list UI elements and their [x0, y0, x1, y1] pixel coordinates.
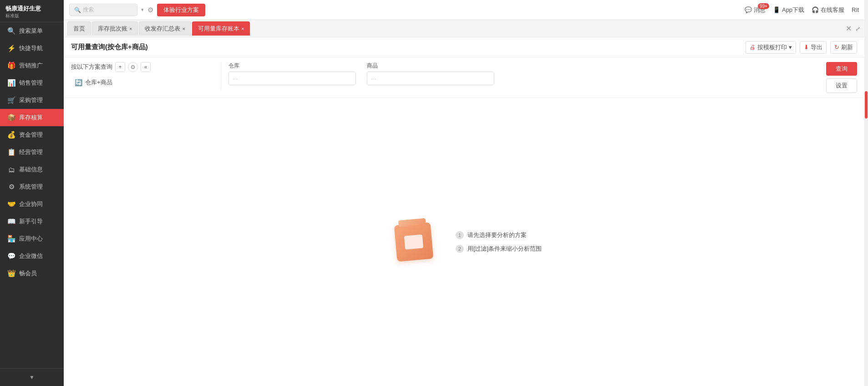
- warehouse-input[interactable]: ···: [228, 72, 356, 85]
- sidebar-item-system[interactable]: ⚙ 系统管理: [0, 178, 64, 196]
- sidebar-item-operations[interactable]: 📋 经营管理: [0, 144, 64, 161]
- refresh-button[interactable]: ↻ 刷新: [830, 41, 857, 54]
- sidebar-item-label: 快捷导航: [19, 44, 43, 52]
- sidebar-item-search[interactable]: 🔍 搜索菜单: [0, 22, 64, 40]
- sidebar-item-label: 销售管理: [19, 79, 43, 87]
- add-scheme-button[interactable]: +: [115, 62, 125, 72]
- page-header: 可用量查询(按仓库+商品) 🖨 按模板打印 ▾ ⬇ 导出 ↻ 刷新: [64, 37, 864, 57]
- tab-close-all-icon[interactable]: ✕: [846, 24, 852, 33]
- trial-button[interactable]: 体验行业方案: [157, 4, 205, 16]
- sidebar-item-label: 系统管理: [19, 183, 43, 191]
- empty-hint-2: 2 用[过滤]条件来缩小分析范围: [456, 245, 542, 253]
- query-button[interactable]: 查询: [826, 62, 857, 76]
- sidebar-bottom: ▼: [0, 368, 64, 386]
- tab-available-label: 可用量库存账本: [198, 25, 239, 33]
- sidebar-item-purchase[interactable]: 🛒 采购管理: [0, 92, 64, 109]
- empty-hint-1: 1 请先选择要分析的方案: [456, 231, 542, 239]
- sidebar-scroll-down[interactable]: ▼: [5, 372, 58, 382]
- sidebar-item-apps[interactable]: 🏪 应用中心: [0, 230, 64, 247]
- newbie-icon: 📖: [7, 217, 15, 226]
- finance-icon: 💰: [7, 131, 15, 139]
- sidebar-item-label: 营销推广: [19, 62, 43, 70]
- export-button[interactable]: ⬇ 导出: [800, 41, 827, 54]
- operations-icon: 📋: [7, 148, 15, 156]
- collapse-panel-button[interactable]: «: [141, 62, 151, 72]
- sidebar-item-wechat[interactable]: 💬 企业微信: [0, 247, 64, 265]
- user-button[interactable]: Rit: [852, 6, 859, 13]
- tab-home-label: 首页: [73, 25, 85, 33]
- sales-icon: 📊: [7, 79, 15, 87]
- sidebar-item-shortcut[interactable]: ⚡ 快捷导航: [0, 40, 64, 57]
- sidebar-item-inventory[interactable]: 📦 库存核算: [0, 109, 64, 126]
- page-title: 可用量查询(按仓库+商品): [71, 43, 148, 51]
- tab-receive-close[interactable]: ×: [182, 26, 185, 31]
- tab-receive-label: 收发存汇总表: [145, 25, 180, 33]
- member-icon: 👑: [7, 269, 15, 278]
- sidebar-item-label: 应用中心: [19, 235, 43, 243]
- sidebar-item-label: 企业协同: [19, 200, 43, 208]
- gear-icon[interactable]: ⚙: [147, 6, 153, 14]
- scheme-item-warehouse-goods[interactable]: 🔄 仓库+商品: [71, 76, 215, 89]
- sidebar-item-finance[interactable]: 💰 资金管理: [0, 126, 64, 144]
- sidebar-item-enterprise[interactable]: 🤝 企业协同: [0, 196, 64, 213]
- hint-num-1: 1: [456, 231, 464, 239]
- topbar-chevron-icon[interactable]: ▾: [141, 7, 144, 13]
- sidebar-item-newbie[interactable]: 📖 新手引导: [0, 213, 64, 230]
- mobile-icon: 📱: [773, 6, 780, 13]
- tab-available-ledger[interactable]: 可用量库存账本 ×: [192, 21, 250, 36]
- sidebar: 畅康通好生意 标准版 🔍 搜索菜单 ⚡ 快捷导航 🎁 营销推广 📊 销售管理 🛒…: [0, 0, 64, 386]
- query-row: 按以下方案查询 + ⊙ « 🔄 仓库+商品 仓库 ···: [71, 62, 857, 93]
- apps-icon: 🏪: [7, 235, 15, 243]
- tabs-bar: 首页 库存批次账 × 收发存汇总表 × 可用量库存账本 × ✕ ⤢: [64, 20, 864, 37]
- print-chevron-icon: ▾: [789, 44, 792, 51]
- app-download-button[interactable]: 📱 App下载: [773, 6, 804, 14]
- customer-service-button[interactable]: 🎧 在线客服: [812, 6, 844, 14]
- goods-input[interactable]: ···: [367, 72, 494, 85]
- purchase-icon: 🛒: [7, 96, 15, 104]
- enterprise-icon: 🤝: [7, 200, 15, 208]
- setting-button[interactable]: 设置: [826, 78, 857, 93]
- marketing-icon: 🎁: [7, 62, 15, 70]
- tab-batch-close[interactable]: ×: [129, 26, 132, 31]
- scheme-panel: 按以下方案查询 + ⊙ « 🔄 仓库+商品: [71, 62, 221, 89]
- goods-label: 商品: [367, 62, 494, 70]
- chevron-down-icon: ▼: [29, 374, 35, 381]
- tab-home[interactable]: 首页: [67, 21, 91, 36]
- sidebar-item-basic[interactable]: 🗂 基础信息: [0, 161, 64, 178]
- tab-expand-icon[interactable]: ⤢: [855, 25, 861, 32]
- scheme-header-label: 按以下方案查询: [71, 63, 112, 71]
- tab-available-close[interactable]: ×: [241, 26, 244, 31]
- warehouse-label: 仓库: [228, 62, 356, 70]
- goods-input-placeholder: ···: [371, 75, 376, 82]
- tab-batch-label: 库存批次账: [98, 25, 127, 33]
- topbar-search[interactable]: 🔍 搜索: [69, 4, 137, 16]
- hint-num-2: 2: [456, 245, 464, 253]
- warehouse-input-placeholder: ···: [233, 75, 238, 82]
- topbar-right: 💬 消息 99+ 📱 App下载 🎧 在线客服 Rit: [745, 6, 859, 14]
- tab-receive-summary[interactable]: 收发存汇总表 ×: [139, 21, 191, 36]
- export-icon: ⬇: [804, 44, 809, 51]
- print-button[interactable]: 🖨 按模板打印 ▾: [746, 41, 796, 54]
- tab-batch-account[interactable]: 库存批次账 ×: [92, 21, 138, 36]
- query-fields: 仓库 ··· 商品 ···: [221, 62, 819, 85]
- sidebar-item-label: 经营管理: [19, 148, 43, 156]
- scheme-settings-button[interactable]: ⊙: [128, 62, 138, 72]
- headset-icon: 🎧: [812, 6, 819, 13]
- refresh-icon: ↻: [834, 44, 839, 51]
- sidebar-item-member[interactable]: 👑 畅会员: [0, 265, 64, 282]
- topbar: 🔍 搜索 ▾ ⚙ 体验行业方案 💬 消息 99+ 📱 App下载 🎧 在线客服 …: [64, 0, 864, 20]
- scheme-item-label: 仓库+商品: [85, 78, 112, 87]
- message-icon: 💬: [745, 6, 752, 13]
- sidebar-item-marketing[interactable]: 🎁 营销推广: [0, 57, 64, 74]
- search-icon: 🔍: [74, 7, 81, 13]
- sidebar-item-label: 畅会员: [19, 269, 37, 278]
- query-action-buttons: 查询 设置: [819, 62, 857, 93]
- sidebar-item-sales[interactable]: 📊 销售管理: [0, 74, 64, 92]
- empty-illustration: [386, 215, 441, 269]
- message-button[interactable]: 💬 消息 99+: [745, 6, 766, 14]
- right-scrollbar[interactable]: [864, 0, 868, 386]
- sidebar-logo-title: 畅康通好生意: [5, 5, 58, 13]
- scheme-icon: 🔄: [75, 79, 82, 86]
- main-content: 🔍 搜索 ▾ ⚙ 体验行业方案 💬 消息 99+ 📱 App下载 🎧 在线客服 …: [64, 0, 864, 386]
- right-scrollbar-thumb: [865, 91, 868, 118]
